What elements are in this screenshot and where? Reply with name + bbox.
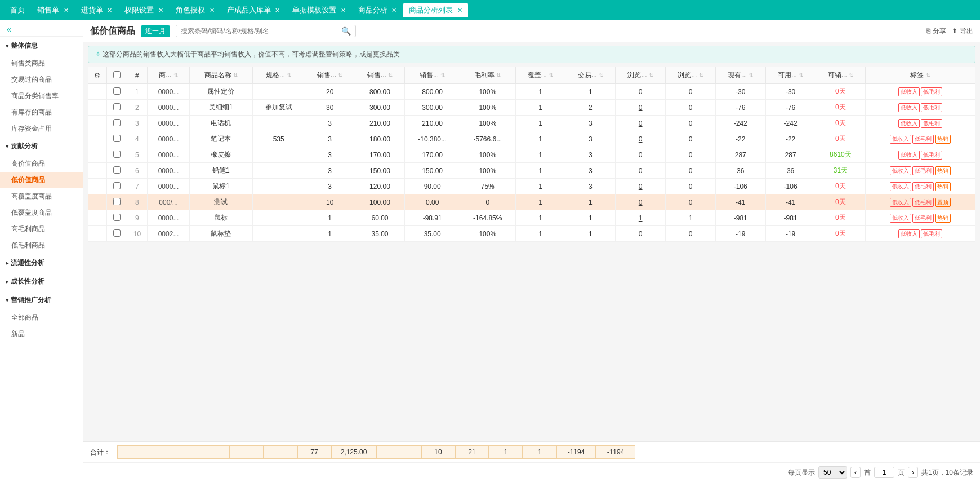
nav-analysis-list[interactable]: 商品分析列表 ✕ xyxy=(403,3,468,17)
col-trade[interactable]: 交易... ⇅ xyxy=(565,67,616,84)
nav-sales[interactable]: 销售单 ✕ xyxy=(32,3,74,17)
col-margin[interactable]: 毛利率 ⇅ xyxy=(460,67,515,84)
cell-checkbox[interactable] xyxy=(106,147,127,163)
nav-template[interactable]: 单据模板设置 ✕ xyxy=(287,3,351,17)
row-checkbox[interactable] xyxy=(113,214,121,221)
col-spec[interactable]: 规格... ⇅ xyxy=(252,67,305,84)
row-checkbox[interactable] xyxy=(113,151,121,158)
browse1-link[interactable]: 0 xyxy=(639,198,643,206)
sidebar-collapse-btn[interactable]: « xyxy=(5,25,14,34)
first-page-btn[interactable]: ‹ xyxy=(850,467,861,478)
row-checkbox[interactable] xyxy=(113,166,121,174)
browse1-link[interactable]: 0 xyxy=(639,104,643,112)
cell-checkbox[interactable] xyxy=(106,179,127,194)
nav-purchase-close[interactable]: ✕ xyxy=(107,7,112,14)
browse1-link[interactable]: 0 xyxy=(639,135,643,143)
nav-purchase[interactable]: 进货单 ✕ xyxy=(75,3,118,17)
sidebar-item-sales-products[interactable]: 销售类商品 xyxy=(0,55,83,72)
col-tags[interactable]: 标签 ⇅ xyxy=(866,67,975,84)
sidebar-group-contribution[interactable]: ▾贡献分析 xyxy=(0,137,83,156)
share-button[interactable]: ⎘ 分享 xyxy=(926,26,946,36)
sidebar-item-high-coverage[interactable]: 高覆盖度商品 xyxy=(0,188,83,205)
nav-home[interactable]: 首页 xyxy=(5,3,30,17)
sidebar-item-high-value[interactable]: 高价值商品 xyxy=(0,156,83,172)
row-checkbox[interactable] xyxy=(113,119,121,126)
nav-inventory[interactable]: 产成品入库单 ✕ xyxy=(221,3,286,17)
nav-permissions[interactable]: 权限设置 ✕ xyxy=(119,3,169,17)
cell-checkbox[interactable] xyxy=(106,131,127,147)
cell-checkbox[interactable] xyxy=(106,100,127,116)
browse1-link[interactable]: 0 xyxy=(639,230,643,238)
sidebar-item-category-sales[interactable]: 商品分类销售率 xyxy=(0,88,83,104)
export-button[interactable]: ⬆ 导出 xyxy=(952,26,973,36)
search-icon[interactable]: 🔍 xyxy=(341,26,351,36)
cell-browse1[interactable]: 0 xyxy=(616,179,666,194)
col-available[interactable]: 可用... ⇅ xyxy=(765,67,816,84)
row-checkbox[interactable] xyxy=(113,182,121,189)
browse1-link[interactable]: 0 xyxy=(639,167,643,175)
cell-browse1[interactable]: 0 xyxy=(616,163,666,179)
row-checkbox[interactable] xyxy=(113,87,121,95)
sidebar-group-marketing[interactable]: ▾营销推广分析 xyxy=(0,291,83,309)
row-checkbox[interactable] xyxy=(113,198,121,205)
sidebar-item-stock[interactable]: 有库存的商品 xyxy=(0,104,83,121)
nav-permissions-close[interactable]: ✕ xyxy=(158,7,163,14)
cell-checkbox[interactable] xyxy=(106,84,127,100)
col-sale-profit[interactable]: 销售... ⇅ xyxy=(405,67,460,84)
sidebar-group-overall[interactable]: ▾整体信息 xyxy=(0,37,83,55)
nav-analysis[interactable]: 商品分析 ✕ xyxy=(353,3,403,17)
col-coverage[interactable]: 覆盖... ⇅ xyxy=(515,67,565,84)
browse1-link[interactable]: 0 xyxy=(639,183,643,191)
col-sale-amount[interactable]: 销售... ⇅ xyxy=(355,67,405,84)
cell-browse1[interactable]: 0 xyxy=(616,131,666,147)
row-checkbox[interactable] xyxy=(113,229,121,237)
browse1-link[interactable]: 0 xyxy=(639,151,643,159)
sidebar-item-low-value[interactable]: 低价值商品 xyxy=(0,172,83,188)
col-code[interactable]: 商... ⇅ xyxy=(148,67,190,84)
sidebar-item-all-products[interactable]: 全部商品 xyxy=(0,309,83,326)
browse1-link[interactable]: 0 xyxy=(639,88,643,96)
cell-browse1[interactable]: 0 xyxy=(616,147,666,163)
nav-template-close[interactable]: ✕ xyxy=(341,7,346,14)
cell-checkbox[interactable] xyxy=(106,226,127,242)
page-input[interactable] xyxy=(874,467,894,478)
cell-browse1[interactable]: 0 xyxy=(616,226,666,242)
sidebar-item-low-margin[interactable]: 低毛利商品 xyxy=(0,237,83,254)
search-input[interactable] xyxy=(181,27,339,35)
col-sale-qty[interactable]: 销售... ⇅ xyxy=(305,67,355,84)
col-browse1[interactable]: 浏览... ⇅ xyxy=(616,67,666,84)
cell-checkbox[interactable] xyxy=(106,210,127,226)
cell-browse1[interactable]: 0 xyxy=(616,116,666,131)
col-saleable[interactable]: 可销... ⇅ xyxy=(816,67,866,84)
nav-analysis-close[interactable]: ✕ xyxy=(391,7,397,14)
sidebar-item-traded[interactable]: 交易过的商品 xyxy=(0,72,83,88)
col-checkbox[interactable] xyxy=(106,67,127,84)
sidebar-item-high-margin[interactable]: 高毛利商品 xyxy=(0,221,83,237)
select-all-checkbox[interactable] xyxy=(113,71,121,78)
cell-checkbox[interactable] xyxy=(106,116,127,131)
sidebar-item-stock-funds[interactable]: 库存资金占用 xyxy=(0,121,83,137)
col-settings[interactable]: ⚙ xyxy=(88,67,107,84)
per-page-select[interactable]: 50 100 200 xyxy=(818,466,847,479)
sidebar-item-new-products[interactable]: 新品 xyxy=(0,326,83,342)
sidebar-group-growth[interactable]: ▸成长性分析 xyxy=(0,272,83,291)
cell-browse1[interactable]: 1 xyxy=(616,210,666,226)
nav-inventory-close[interactable]: ✕ xyxy=(275,7,280,14)
cell-browse1[interactable]: 0 xyxy=(616,194,666,210)
col-name[interactable]: 商品名称 ⇅ xyxy=(189,67,252,84)
nav-roles[interactable]: 角色授权 ✕ xyxy=(170,3,220,17)
cell-browse1[interactable]: 0 xyxy=(616,84,666,100)
nav-analysis-list-close[interactable]: ✕ xyxy=(457,7,462,14)
nav-roles-close[interactable]: ✕ xyxy=(210,7,215,14)
cell-browse1[interactable]: 0 xyxy=(616,100,666,116)
next-page-btn[interactable]: › xyxy=(908,467,918,478)
row-checkbox[interactable] xyxy=(113,135,121,142)
col-browse2[interactable]: 浏览... ⇅ xyxy=(666,67,716,84)
col-current[interactable]: 现有... ⇅ xyxy=(715,67,765,84)
sidebar-item-low-coverage[interactable]: 低覆盖度商品 xyxy=(0,205,83,221)
period-tag[interactable]: 近一月 xyxy=(141,25,170,37)
cell-checkbox[interactable] xyxy=(106,194,127,210)
browse1-link[interactable]: 0 xyxy=(639,120,643,127)
nav-sales-close[interactable]: ✕ xyxy=(64,7,69,14)
browse1-link[interactable]: 1 xyxy=(639,214,643,222)
